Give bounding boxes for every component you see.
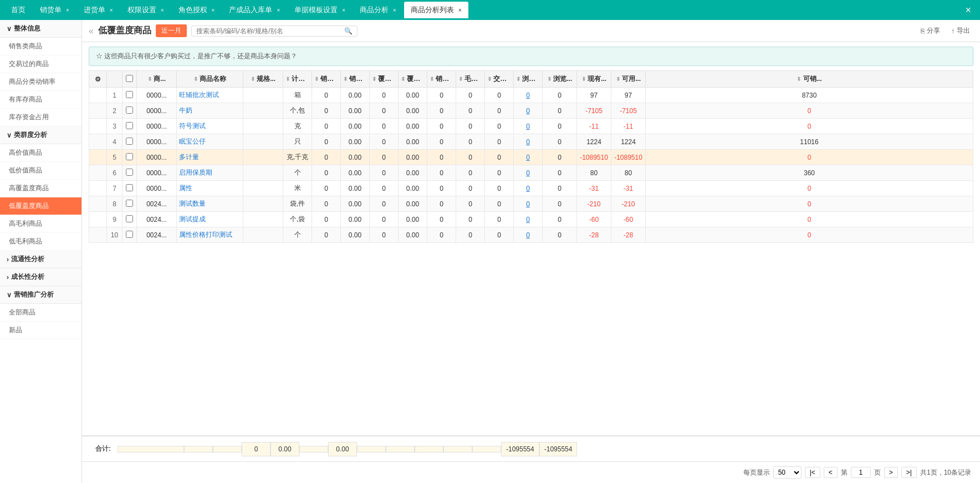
close-icon[interactable]: × [212, 7, 215, 13]
last-page-btn[interactable]: >| [901, 467, 917, 478]
row-checkbox-cell[interactable] [122, 103, 137, 119]
search-icon[interactable]: 🔍 [344, 27, 353, 35]
col-saleable[interactable]: ⬍ 可销... [646, 71, 973, 88]
row-browse1[interactable]: 0 [514, 196, 543, 212]
sidebar-item-low-value[interactable]: 低价值商品 [0, 162, 81, 180]
per-page-select[interactable]: 50 100 200 [773, 466, 802, 479]
row-checkbox-cell[interactable] [122, 165, 137, 181]
col-cover1[interactable]: ⬍ 覆盖... [370, 71, 399, 88]
row-name[interactable]: 眠宝公仔 [177, 134, 243, 150]
col-gross[interactable]: ⬍ 毛利率 [456, 71, 485, 88]
close-icon[interactable]: × [342, 7, 345, 13]
window-close-button[interactable]: × [961, 2, 976, 18]
export-button[interactable]: ↑ 导出 [948, 24, 973, 37]
sidebar-section-flow[interactable]: › 流通性分析 [0, 251, 81, 268]
row-name[interactable]: 启用保质期 [177, 165, 243, 181]
sidebar-section-growth[interactable]: › 成长性分析 [0, 268, 81, 286]
row-checkbox[interactable] [126, 184, 133, 191]
col-code[interactable]: ⬍ 商... [137, 71, 177, 88]
close-icon[interactable]: × [393, 7, 396, 13]
col-settings[interactable]: ⚙ [89, 71, 107, 88]
next-page-btn[interactable]: > [884, 467, 898, 478]
nav-tab-purchase[interactable]: 进货单 × [77, 2, 120, 18]
row-browse1[interactable]: 0 [514, 181, 543, 196]
nav-tab-role[interactable]: 角色授权 × [172, 2, 222, 18]
row-name[interactable]: 测试提成 [177, 212, 243, 227]
sidebar-item-new-goods[interactable]: 新品 [0, 322, 81, 339]
col-name[interactable]: ⬍ 商品名称 [177, 71, 243, 88]
col-trans[interactable]: ⬍ 交易... [485, 71, 514, 88]
sidebar-section-cluster[interactable]: ∨ 类群度分析 [0, 126, 81, 144]
col-sales-qty[interactable]: ⬍ 销售... [312, 71, 341, 88]
row-checkbox-cell[interactable] [122, 88, 137, 103]
prev-page-btn[interactable]: < [824, 467, 838, 478]
col-unit[interactable]: ⬍ 计量... [283, 71, 312, 88]
row-browse1[interactable]: 0 [514, 134, 543, 150]
col-cover2[interactable]: ⬍ 覆盖... [399, 71, 427, 88]
row-checkbox[interactable] [126, 106, 133, 114]
row-browse1[interactable]: 0 [514, 119, 543, 134]
row-checkbox-cell[interactable] [122, 227, 137, 243]
row-checkbox-cell[interactable] [122, 134, 137, 150]
period-button[interactable]: 近一月 [156, 24, 187, 37]
col-stock1[interactable]: ⬍ 现有... [577, 71, 611, 88]
row-checkbox[interactable] [126, 91, 133, 98]
col-sales-amt[interactable]: ⬍ 销售... [341, 71, 370, 88]
first-page-btn[interactable]: |< [805, 467, 820, 478]
row-name[interactable]: 旺辅批次测试 [177, 88, 243, 103]
nav-tab-analysis-list[interactable]: 商品分析列表 × [404, 2, 468, 18]
row-name[interactable]: 牛奶 [177, 103, 243, 119]
nav-tab-home[interactable]: 首页 [4, 2, 32, 18]
sidebar-section-overall[interactable]: ∨ 整体信息 [0, 20, 81, 38]
row-name[interactable]: 测试数量 [177, 196, 243, 212]
sidebar-item-traded-goods[interactable]: 交易过的商品 [0, 55, 81, 73]
sidebar-item-high-margin[interactable]: 高毛利商品 [0, 215, 81, 233]
row-checkbox[interactable] [126, 231, 133, 238]
row-checkbox[interactable] [126, 122, 133, 129]
close-icon[interactable]: × [110, 7, 113, 13]
row-checkbox-cell[interactable] [122, 119, 137, 134]
sidebar-item-category-rate[interactable]: 商品分类动销率 [0, 73, 81, 91]
row-name[interactable]: 属性价格打印测试 [177, 227, 243, 243]
sidebar-item-low-margin[interactable]: 低毛利商品 [0, 233, 81, 251]
row-name[interactable]: 属性 [177, 181, 243, 196]
row-browse1[interactable]: 0 [514, 88, 543, 103]
nav-tab-analysis[interactable]: 商品分析 × [353, 2, 403, 18]
row-checkbox[interactable] [126, 169, 133, 176]
col-avail[interactable]: ⬍ 可用... [611, 71, 646, 88]
row-browse1[interactable]: 0 [514, 103, 543, 119]
row-checkbox-cell[interactable] [122, 196, 137, 212]
search-input[interactable] [196, 27, 342, 35]
row-name[interactable]: 多计量 [177, 150, 243, 165]
row-checkbox[interactable] [126, 153, 133, 160]
page-input[interactable] [851, 467, 871, 478]
row-browse1[interactable]: 0 [514, 227, 543, 243]
col-sales-x[interactable]: ⬍ 销售... [427, 71, 456, 88]
row-checkbox[interactable] [126, 215, 133, 222]
nav-tab-sales[interactable]: 销货单 × [33, 2, 76, 18]
row-checkbox[interactable] [126, 138, 133, 145]
row-name[interactable]: 符号测试 [177, 119, 243, 134]
row-browse1[interactable]: 0 [514, 212, 543, 227]
row-browse1[interactable]: 0 [514, 150, 543, 165]
col-check[interactable] [122, 71, 137, 88]
row-browse1[interactable]: 0 [514, 165, 543, 181]
close-icon[interactable]: × [458, 7, 462, 13]
nav-tab-template[interactable]: 单据模板设置 × [288, 2, 352, 18]
sidebar-item-high-coverage[interactable]: 高覆盖度商品 [0, 180, 81, 197]
sidebar-section-marketing[interactable]: ∨ 营销推广分析 [0, 286, 81, 304]
row-checkbox-cell[interactable] [122, 212, 137, 227]
col-spec[interactable]: ⬍ 规格... [243, 71, 283, 88]
close-icon[interactable]: × [161, 7, 164, 13]
sidebar-item-all-goods[interactable]: 全部商品 [0, 304, 81, 322]
select-all-checkbox[interactable] [126, 75, 133, 82]
row-checkbox[interactable] [126, 200, 133, 207]
sidebar-collapse-btn[interactable]: « [89, 26, 94, 36]
col-browse2[interactable]: ⬍ 浏览... [543, 71, 577, 88]
sidebar-item-high-value[interactable]: 高价值商品 [0, 144, 81, 162]
col-browse1[interactable]: ⬍ 浏览... [514, 71, 543, 88]
sidebar-item-stocked-goods[interactable]: 有库存商品 [0, 91, 81, 109]
sidebar-item-low-coverage[interactable]: 低覆盖度商品 [0, 197, 81, 215]
nav-tab-product-in[interactable]: 产成品入库单 × [222, 2, 287, 18]
row-checkbox-cell[interactable] [122, 150, 137, 165]
